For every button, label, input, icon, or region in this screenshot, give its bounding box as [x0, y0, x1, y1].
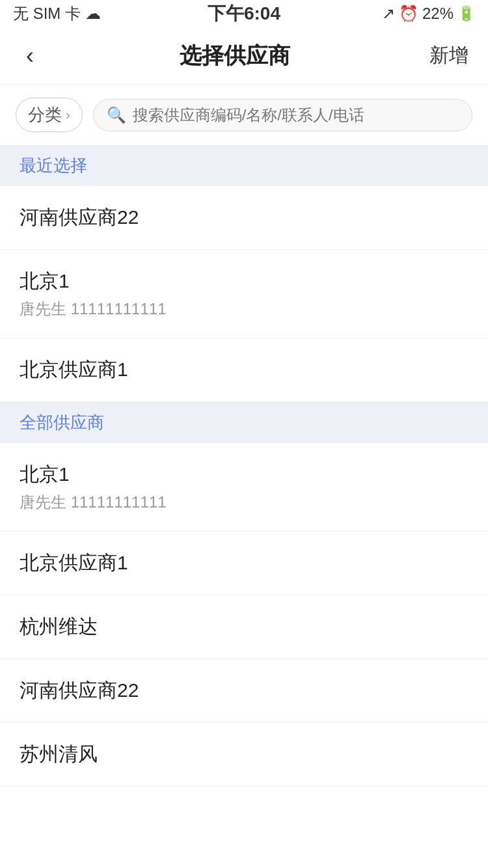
item-name: 杭州维达: [20, 614, 468, 640]
status-time: 下午6:04: [208, 1, 280, 26]
location-icon: ↗: [382, 5, 395, 23]
list-item[interactable]: 苏州清风: [0, 723, 488, 787]
category-button[interactable]: 分类 ›: [16, 98, 83, 132]
nav-bar: ‹ 选择供应商 新增: [0, 27, 488, 85]
sim-status: 无 SIM 卡 ☁: [13, 3, 101, 24]
item-name: 北京1: [20, 268, 468, 295]
item-name: 北京供应商1: [20, 357, 468, 383]
item-name: 河南供应商22: [20, 677, 468, 704]
item-name: 北京1: [20, 461, 468, 488]
alarm-icon: ⏰: [399, 5, 418, 23]
list-item[interactable]: 北京供应商1: [0, 338, 488, 402]
status-left: 无 SIM 卡 ☁: [13, 3, 101, 24]
item-sub: 唐先生 11111111111: [20, 492, 468, 513]
list-item[interactable]: 河南供应商22: [0, 659, 488, 723]
chevron-right-icon: ›: [66, 107, 70, 122]
add-button[interactable]: 新增: [429, 42, 468, 69]
search-icon: 🔍: [107, 106, 126, 124]
category-label: 分类: [28, 103, 62, 126]
list-item[interactable]: 河南供应商22: [0, 186, 488, 250]
section-header-recent: 最近选择: [0, 145, 488, 186]
list-item[interactable]: 北京1唐先生 11111111111: [0, 250, 488, 338]
list-item[interactable]: 杭州维达: [0, 595, 488, 659]
status-right: ↗ ⏰ 22% 🔋: [382, 5, 475, 23]
item-name: 苏州清风: [20, 741, 468, 768]
list-item[interactable]: 北京1唐先生 11111111111: [0, 443, 488, 532]
supplier-list: 最近选择河南供应商22北京1唐先生 11111111111北京供应商1全部供应商…: [0, 145, 488, 787]
status-bar: 无 SIM 卡 ☁ 下午6:04 ↗ ⏰ 22% 🔋: [0, 0, 488, 27]
back-button[interactable]: ‹: [20, 36, 40, 76]
filter-bar: 分类 › 🔍: [0, 85, 488, 145]
battery-icon: 🔋: [457, 5, 475, 22]
section-header-all: 全部供应商: [0, 402, 488, 443]
search-input[interactable]: [133, 106, 459, 124]
item-name: 河南供应商22: [20, 204, 468, 231]
list-item[interactable]: 北京供应商1: [0, 532, 488, 595]
search-box: 🔍: [93, 99, 472, 131]
item-name: 北京供应商1: [20, 550, 468, 576]
battery-status: 22%: [422, 5, 454, 23]
page-title: 选择供应商: [180, 41, 290, 71]
item-sub: 唐先生 11111111111: [20, 299, 468, 319]
